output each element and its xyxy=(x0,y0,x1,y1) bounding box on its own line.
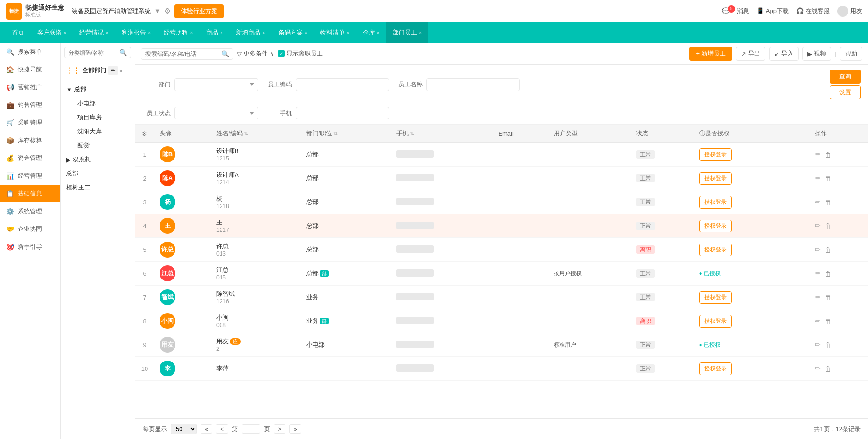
sidebar-item-collab[interactable]: 🤝 企业协同 xyxy=(0,220,60,238)
nav-tab-history[interactable]: 经营历程 × xyxy=(157,22,199,43)
message-item[interactable]: 💬 5 消息 xyxy=(722,7,749,15)
app-download-item[interactable]: 📱 App下载 xyxy=(757,7,789,15)
online-service-item[interactable]: 🎧 在线客服 xyxy=(796,7,830,15)
delete-icon[interactable]: 🗑 xyxy=(825,365,832,373)
setting-button[interactable]: 设置 xyxy=(830,85,861,99)
auth-btn[interactable]: 授权登录 xyxy=(699,315,732,328)
prev-page-btn[interactable]: < xyxy=(216,424,228,434)
nav-tab-warehouse[interactable]: 仓库 × xyxy=(356,22,386,43)
sidebar-item-search[interactable]: 🔍 搜索菜单 xyxy=(0,43,60,61)
col-phone[interactable]: 手机 xyxy=(391,125,493,143)
last-page-btn[interactable]: » xyxy=(289,424,301,434)
sidebar-item-business-mgmt[interactable]: 📊 经营管理 xyxy=(0,167,60,185)
dept-item-shuangluxiang[interactable]: ▶ 双鹿想 xyxy=(61,153,135,167)
dept-edit-icon[interactable]: ✏ xyxy=(108,66,118,75)
nav-tab-employee[interactable]: 部门员工 × xyxy=(386,22,428,43)
sidebar-item-marketing[interactable]: 📢 营销推广 xyxy=(0,78,60,96)
edit-icon[interactable]: ✏ xyxy=(815,174,821,182)
user-item[interactable]: 用友 xyxy=(837,6,862,17)
edit-icon[interactable]: ✏ xyxy=(815,341,821,349)
filter-empcode-label: 员工编码 xyxy=(264,80,292,89)
sidebar-item-nav[interactable]: 🏠 快捷导航 xyxy=(0,61,60,78)
filter-status-select[interactable] xyxy=(174,107,258,119)
sidebar-item-purchase[interactable]: 🛒 采购管理 xyxy=(0,114,60,132)
dept-item-small-elec[interactable]: 小电部 xyxy=(72,97,135,111)
edit-icon[interactable]: ✏ xyxy=(815,364,821,373)
sidebar-item-finance[interactable]: 💰 资金管理 xyxy=(0,149,60,167)
edit-icon[interactable]: ✏ xyxy=(815,317,821,325)
edit-icon[interactable]: ✏ xyxy=(815,222,821,230)
col-settings[interactable]: ⚙ xyxy=(135,125,154,143)
delete-icon[interactable]: 🗑 xyxy=(825,317,832,325)
settings-icon[interactable]: ⚙ xyxy=(164,7,171,15)
delete-icon[interactable]: 🗑 xyxy=(825,151,832,159)
auth-cell: 已授权 xyxy=(694,333,786,357)
filter-dept-select[interactable] xyxy=(174,78,258,91)
edit-icon[interactable]: ✏ xyxy=(815,150,821,159)
first-page-btn[interactable]: « xyxy=(201,424,212,434)
delete-icon[interactable]: 🗑 xyxy=(825,222,832,230)
export-button[interactable]: ↗ 导出 xyxy=(736,47,765,61)
delete-icon[interactable]: 🗑 xyxy=(825,246,832,254)
sidebar-item-system[interactable]: ⚙️ 系统管理 xyxy=(0,202,60,220)
col-name[interactable]: 姓名/编码 xyxy=(211,125,301,143)
dept-collapse-icon[interactable]: « xyxy=(119,67,123,74)
nav-tab-business[interactable]: 经营情况 × xyxy=(73,22,115,43)
delete-icon[interactable]: 🗑 xyxy=(825,341,832,349)
edit-icon[interactable]: ✏ xyxy=(815,293,821,301)
delete-icon[interactable]: 🗑 xyxy=(825,270,832,278)
auth-btn[interactable]: 授权登录 xyxy=(699,362,732,375)
nav-tab-new-goods[interactable]: 新增商品 × xyxy=(229,22,271,43)
dept-item-distribution[interactable]: 配货 xyxy=(72,139,135,153)
more-conditions-btn[interactable]: ▽ 更多条件 ∧ xyxy=(237,49,274,58)
nav-tab-customer[interactable]: 客户联络 × xyxy=(31,22,73,43)
dropdown-icon[interactable]: ▼ xyxy=(154,7,160,14)
edit-icon[interactable]: ✏ xyxy=(815,269,821,278)
nav-tab-profit[interactable]: 利润报告 × xyxy=(115,22,157,43)
auth-btn[interactable]: 授权登录 xyxy=(699,148,732,161)
sidebar-item-sales[interactable]: 💼 销售管理 xyxy=(0,96,60,114)
next-page-btn[interactable]: > xyxy=(274,424,286,434)
dept-item-headquarters[interactable]: 总部 xyxy=(61,167,135,181)
edit-icon[interactable]: ✏ xyxy=(815,198,821,206)
auth-btn[interactable]: 授权登录 xyxy=(699,220,732,232)
sidebar-label-basic: 基础信息 xyxy=(18,189,42,198)
edit-icon[interactable]: ✏ xyxy=(815,245,821,254)
sidebar-item-inventory[interactable]: 📦 库存核算 xyxy=(0,132,60,149)
delete-icon[interactable]: 🗑 xyxy=(825,174,832,182)
auth-btn[interactable]: 授权登录 xyxy=(699,244,732,256)
auth-btn[interactable]: 授权登录 xyxy=(699,291,732,304)
page-input[interactable]: 1 xyxy=(242,424,260,434)
search-input[interactable] xyxy=(145,50,220,57)
dept-search-input[interactable] xyxy=(69,49,118,56)
help-button[interactable]: 帮助 xyxy=(840,47,862,61)
col-dept[interactable]: 部门/职位 xyxy=(301,125,391,143)
filter-empname-input[interactable] xyxy=(426,78,520,91)
dept-item-zhishuwang[interactable]: 植树王二 xyxy=(61,181,135,195)
nav-tab-home[interactable]: 首页 xyxy=(6,22,31,43)
delete-icon[interactable]: 🗑 xyxy=(825,293,832,301)
auth-btn[interactable]: 授权登录 xyxy=(699,196,732,209)
nav-tab-bom[interactable]: 物料清单 × xyxy=(314,22,356,43)
nav-tab-goods[interactable]: 商品 × xyxy=(200,22,229,43)
query-button[interactable]: 查询 xyxy=(830,70,861,84)
show-resigned-toggle[interactable]: ✓ 显示离职员工 xyxy=(278,49,323,58)
sidebar-item-basic-info[interactable]: 📋 基础信息 xyxy=(0,185,60,202)
toolbar-right: + 新增员工 ↗ 导出 ↙ 导入 ▶ 视频 | 帮助 xyxy=(689,47,862,61)
video-button[interactable]: ▶ 视频 xyxy=(802,47,831,61)
filter-phone-input[interactable] xyxy=(296,107,389,119)
page-size-select[interactable]: 50 100 200 xyxy=(171,424,197,434)
filter-empcode-input[interactable] xyxy=(296,78,389,91)
delete-icon[interactable]: 🗑 xyxy=(825,198,832,206)
nav-tab-barcode[interactable]: 条码方案 × xyxy=(272,22,314,43)
dept-all-item[interactable]: ⋮⋮ 全部部门 ✏ « xyxy=(61,62,135,79)
trial-button[interactable]: 体验行业方案 xyxy=(174,4,224,18)
auth-btn[interactable]: 授权登录 xyxy=(699,172,732,185)
sidebar-item-guide[interactable]: 🎯 新手引导 xyxy=(0,238,60,256)
dept-item-project-room[interactable]: 项目库房 xyxy=(72,111,135,125)
dept-tree-item-general[interactable]: ▼ 总部 xyxy=(61,83,135,97)
add-employee-button[interactable]: + 新增员工 xyxy=(689,47,732,61)
filter-phone-label: 手机 xyxy=(264,109,292,118)
import-button[interactable]: ↙ 导入 xyxy=(769,47,799,61)
dept-item-shenyang[interactable]: 沈阳大库 xyxy=(72,125,135,139)
